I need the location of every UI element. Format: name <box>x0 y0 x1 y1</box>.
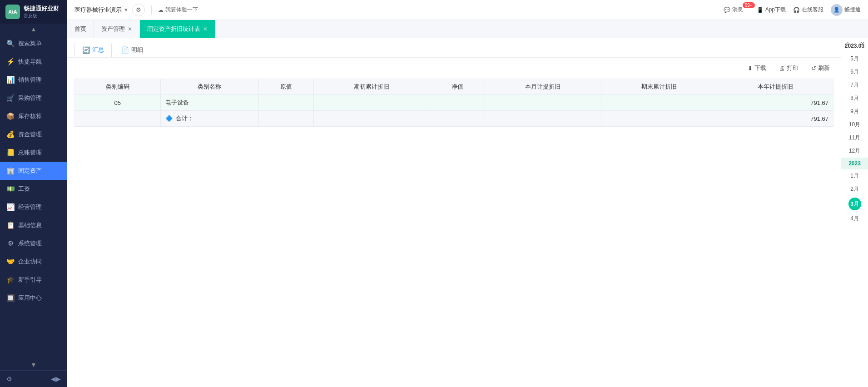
sub-tab-summary[interactable]: 🔄 汇总 <box>74 43 112 57</box>
avatar: 👤 <box>831 4 843 16</box>
sidebar-item-quick-nav[interactable]: ⚡ 快捷导航 <box>0 53 67 71</box>
cell-initial-dep <box>313 95 430 111</box>
close-tab-asset-mgmt[interactable]: ✕ <box>128 26 132 32</box>
month-item-7[interactable]: 7月 <box>841 79 868 92</box>
month-item-6[interactable]: 6月 <box>841 65 868 79</box>
cell-total-initial <box>313 111 430 127</box>
month-list: 5月 6月 7月 8月 9月 10月 11月 12月 2023 1月 2月 3月… <box>841 52 868 387</box>
messages-button[interactable]: 💬 消息 99+ <box>724 6 749 14</box>
sidebar-item-operations[interactable]: 📈 经营管理 <box>0 198 67 216</box>
sidebar-item-sales[interactable]: 📊 销售管理 <box>0 71 67 89</box>
settings-icon: ⚙ <box>136 6 141 13</box>
sidebar-item-fund[interactable]: 💰 资金管理 <box>0 125 67 144</box>
username-label: 畅捷通 <box>844 6 861 14</box>
month-item-8[interactable]: 8月 <box>841 92 868 105</box>
total-icon: 🔷 <box>165 115 173 122</box>
download-button[interactable]: ⬇ 下载 <box>744 62 770 74</box>
system-icon: ⚙ <box>6 239 15 248</box>
messages-label: 消息 <box>732 6 743 14</box>
refresh-button[interactable]: ↺ 刷新 <box>808 62 833 74</box>
app-download-label: App下载 <box>765 6 786 14</box>
sidebar-item-label: 应用中心 <box>18 294 42 302</box>
month-item-2023-2[interactable]: 2月 <box>841 183 868 196</box>
sidebar-item-guide[interactable]: 🎓 新手引导 <box>0 271 67 289</box>
logo-icon: AtA <box>5 5 20 19</box>
month-item-11[interactable]: 11月 <box>841 131 868 144</box>
sidebar-scroll-down[interactable]: ▼ <box>0 359 67 370</box>
user-icon: 👤 <box>833 7 840 13</box>
col-initial-dep: 期初累计折旧 <box>313 79 430 95</box>
sidebar-item-system[interactable]: ⚙ 系统管理 <box>0 234 67 253</box>
guide-icon: 🎓 <box>6 276 15 284</box>
fund-icon: 💰 <box>6 130 15 139</box>
month-item-2023-1[interactable]: 1月 <box>841 169 868 183</box>
search-menu[interactable]: 🔍 搜索菜单 <box>0 35 67 53</box>
user-button[interactable]: 👤 畅捷通 <box>831 4 861 16</box>
sidebar-header: AtA 畅捷通好业财 普及版 <box>0 0 67 24</box>
month-item-10[interactable]: 10月 <box>841 118 868 131</box>
col-code: 类别编码 <box>75 79 161 95</box>
company-arrow-icon: ▾ <box>124 6 128 13</box>
tab-asset-mgmt[interactable]: 资产管理 ✕ <box>94 20 140 38</box>
online-service-button[interactable]: 🎧 在线客服 <box>793 6 823 14</box>
table-total-row: 🔷 合计： 791.67 <box>75 111 833 127</box>
col-original-value: 原值 <box>258 79 313 95</box>
cell-total-annual: 791.67 <box>717 111 833 127</box>
cell-name: 电子设备 <box>160 95 258 111</box>
close-tab-depreciation[interactable]: ✕ <box>203 26 208 32</box>
sidebar-item-ledger[interactable]: 📒 总账管理 <box>0 144 67 162</box>
month-item-12[interactable]: 12月 <box>841 144 868 158</box>
company-name: 医疗器械行业演示 <box>74 6 122 14</box>
month-item-2023-4[interactable]: 4月 <box>841 212 868 225</box>
topbar: 医疗器械行业演示 ▾ ⚙ ☁ 我要体验一下 💬 消息 99+ 📱 App下载 🎧… <box>67 0 868 20</box>
collapse-icon[interactable]: ◀▶ <box>51 375 61 382</box>
enterprise-icon: 🤝 <box>6 258 15 266</box>
topbar-settings-button[interactable]: ⚙ <box>132 4 145 16</box>
operations-icon: 📈 <box>6 203 15 211</box>
app-subtitle: 普及版 <box>24 13 59 19</box>
sidebar-item-inventory[interactable]: 📦 库存核算 <box>0 107 67 125</box>
inventory-icon: 📦 <box>6 112 15 120</box>
sidebar-item-payroll[interactable]: 💵 工资 <box>0 180 67 198</box>
sidebar-item-purchase[interactable]: 🛒 采购管理 <box>0 89 67 107</box>
sidebar-scroll-up[interactable]: ▲ <box>0 24 67 35</box>
month-item-9[interactable]: 9月 <box>841 105 868 118</box>
right-panel-close-button[interactable]: ✕ <box>860 40 865 47</box>
settings-footer-icon[interactable]: ⚙ <box>6 375 12 382</box>
experience-button[interactable]: ☁ 我要体验一下 <box>158 6 198 14</box>
sidebar-item-label: 总账管理 <box>18 149 42 157</box>
summary-icon: 🔄 <box>82 46 90 54</box>
cell-total-empty <box>75 111 161 127</box>
sidebar-item-label: 新手引导 <box>18 276 42 284</box>
fixed-assets-icon: 🏢 <box>6 167 15 175</box>
mobile-icon: 📱 <box>757 7 764 13</box>
cell-annual-dep: 791.67 <box>717 95 833 111</box>
company-selector[interactable]: 医疗器械行业演示 ▾ <box>74 6 128 14</box>
sidebar-item-fixed-assets[interactable]: 🏢 固定资产 <box>0 162 67 180</box>
cell-total-label: 🔷 合计： <box>160 111 258 127</box>
right-panel-expand-button[interactable]: ⤢ <box>844 40 849 47</box>
month-item-5[interactable]: 5月 <box>841 52 868 65</box>
sub-tab-detail[interactable]: 📄 明细 <box>114 43 151 57</box>
col-annual-dep: 本年计提折旧 <box>717 79 833 95</box>
sidebar-item-label: 系统管理 <box>18 239 42 248</box>
sidebar-item-app-center[interactable]: 🔲 应用中心 <box>0 289 67 307</box>
ledger-icon: 📒 <box>6 149 15 157</box>
sidebar-footer: ⚙ ◀▶ <box>0 370 67 387</box>
quick-nav-icon: ⚡ <box>6 58 15 66</box>
main-area: 医疗器械行业演示 ▾ ⚙ ☁ 我要体验一下 💬 消息 99+ 📱 App下载 🎧… <box>67 0 868 387</box>
sidebar-item-label: 基础信息 <box>18 221 42 229</box>
month-item-2023-3[interactable]: 3月 <box>848 198 861 210</box>
payroll-icon: 💵 <box>6 185 15 193</box>
topbar-divider <box>151 5 152 15</box>
app-download-button[interactable]: 📱 App下载 <box>757 6 786 14</box>
print-button[interactable]: 🖨 打印 <box>775 62 802 74</box>
sidebar-item-enterprise[interactable]: 🤝 企业协同 <box>0 253 67 271</box>
tabs-bar: 首页 资产管理 ✕ 固定资产折旧统计表 ✕ <box>67 20 868 38</box>
basic-info-icon: 📋 <box>6 221 15 229</box>
detail-icon: 📄 <box>121 46 129 54</box>
tab-depreciation-report[interactable]: 固定资产折旧统计表 ✕ <box>140 20 215 38</box>
sidebar-item-basic-info[interactable]: 📋 基础信息 <box>0 216 67 234</box>
online-service-label: 在线客服 <box>802 6 823 14</box>
tab-home[interactable]: 首页 <box>67 20 94 38</box>
